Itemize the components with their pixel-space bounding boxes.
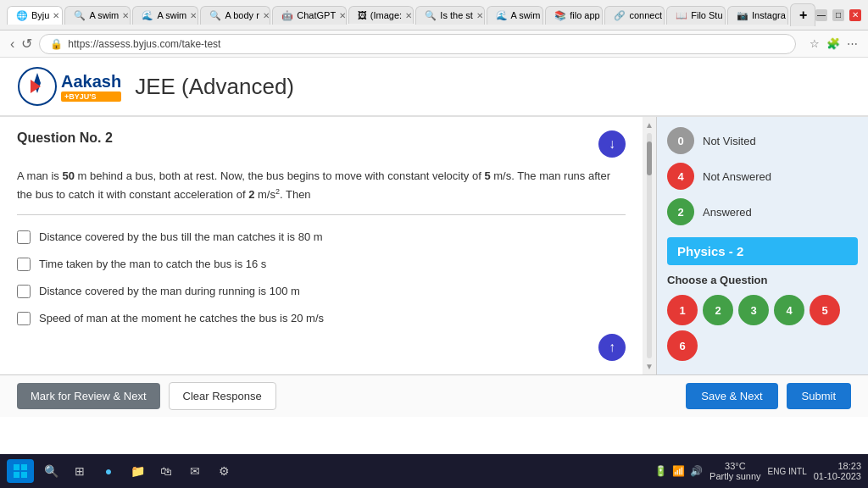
option-d-text: Speed of man at the moment he catches th… (39, 312, 324, 324)
reload-button[interactable]: ↺ (21, 36, 32, 52)
tab-label: A swim (511, 10, 541, 20)
tab-swim3[interactable]: 🌊 A swim (487, 6, 544, 25)
star-icon[interactable]: ☆ (810, 37, 820, 50)
tab-chatgpt[interactable]: 🤖 ChatGPT ✕ (272, 6, 347, 25)
scroll-up-wrap: ↑ (17, 334, 626, 361)
tab-swim2[interactable]: 🌊 A swim ✕ (132, 6, 198, 25)
windows-icon (13, 463, 28, 479)
svg-rect-1 (14, 464, 19, 470)
tab-label: A swim (157, 10, 186, 20)
back-button[interactable]: ‹ (10, 36, 14, 52)
right-panel: 0 Not Visited 4 Not Answered 2 Answered … (656, 117, 868, 374)
taskbar-chrome-icon[interactable]: ● (97, 459, 120, 483)
mark-review-button[interactable]: Mark for Review & Next (17, 383, 160, 409)
not-answered-badge: 4 (667, 163, 694, 190)
option-a-checkbox[interactable] (17, 230, 31, 244)
submit-button[interactable]: Submit (787, 383, 851, 409)
tab-label: Filo Stu (691, 10, 722, 20)
tab-instagram[interactable]: 📷 Instagra (727, 6, 788, 25)
q-btn-2[interactable]: 2 (703, 295, 733, 325)
minimize-button[interactable]: — (815, 9, 827, 21)
center-scrollbar[interactable]: ▲ ▼ (643, 117, 656, 374)
tab-new[interactable]: + (790, 3, 815, 26)
scroll-down-button[interactable]: ↓ (598, 130, 626, 158)
tab-close-icon[interactable]: ✕ (190, 11, 197, 20)
tab-is[interactable]: 🔍 Is the st ✕ (415, 6, 484, 25)
tab-close-icon[interactable]: ✕ (263, 11, 270, 20)
url-text: https://assess.byjus.com/take-test (68, 38, 220, 50)
taskbar-mail-icon[interactable]: ✉ (183, 459, 207, 483)
address-bar: ‹ ↺ 🔒 https://assess.byjus.com/take-test… (0, 30, 868, 58)
q-btn-1[interactable]: 1 (667, 295, 698, 325)
weather-temp: 33°C (725, 461, 746, 471)
close-button[interactable]: ✕ (849, 9, 861, 21)
svg-rect-4 (21, 472, 27, 478)
tab-filo-study[interactable]: 📖 Filo Stu (666, 6, 726, 25)
tab-connect[interactable]: 🔗 connect (604, 6, 665, 25)
logo-sub: +BYJU'S (61, 92, 121, 102)
tab-label: connect (629, 10, 662, 20)
taskbar-right: 🔋 📶 🔊 33°C Partly sunny ENG INTL 18:23 0… (654, 461, 861, 481)
taskbar-weather: 33°C Partly sunny (709, 461, 761, 481)
not-answered-row: 4 Not Answered (667, 163, 858, 190)
scroll-thumb[interactable] (647, 141, 652, 175)
scroll-up-arrow[interactable]: ▲ (645, 120, 654, 130)
battery-icon: 🔋 (654, 465, 667, 477)
option-c-checkbox[interactable] (17, 285, 31, 298)
extension-icon[interactable]: 🧩 (826, 37, 840, 50)
tab-label: filo app (570, 10, 599, 20)
taskbar-search-icon[interactable]: 🔍 (39, 459, 63, 483)
tab-close-icon[interactable]: ✕ (476, 11, 483, 20)
taskbar-settings-icon[interactable]: ⚙ (212, 459, 236, 483)
tab-label: Is the st (440, 10, 473, 20)
q-btn-3[interactable]: 3 (738, 295, 769, 325)
maximize-button[interactable]: □ (832, 9, 844, 21)
option-d: Speed of man at the moment he catches th… (17, 312, 626, 325)
taskbar-system-icons: 🔋 📶 🔊 (654, 465, 703, 477)
settings-icon[interactable]: ⋯ (847, 37, 858, 50)
q-btn-5[interactable]: 5 (810, 295, 840, 325)
taskbar-explorer-icon[interactable]: 📁 (125, 459, 149, 483)
tab-close-icon[interactable]: ✕ (53, 11, 59, 20)
address-icons: ☆ 🧩 ⋯ (810, 37, 858, 50)
tab-image[interactable]: 🖼 (Image: ✕ (348, 6, 415, 24)
url-box[interactable]: 🔒 https://assess.byjus.com/take-test (39, 34, 796, 54)
save-next-button[interactable]: Save & Next (686, 383, 777, 409)
answered-label: Answered (703, 206, 752, 219)
logo-text: Aakash (61, 72, 121, 92)
scroll-down-arrow[interactable]: ▼ (645, 362, 654, 371)
option-b-text: Time taken by the man to catch the bus i… (39, 258, 266, 270)
tab-swim1[interactable]: 🔍 A swim ✕ (64, 6, 131, 25)
tab-active[interactable]: 🌐 Byju ✕ (7, 6, 63, 25)
time-display: 18:23 (814, 461, 861, 471)
start-button[interactable] (7, 459, 34, 483)
taskbar-store-icon[interactable]: 🛍 (154, 459, 178, 483)
tab-label: A swim (89, 10, 119, 20)
date-display: 01-10-2023 (814, 471, 861, 481)
taskbar-clock: 18:23 01-10-2023 (814, 461, 861, 481)
option-d-checkbox[interactable] (17, 312, 31, 325)
option-b-checkbox[interactable] (17, 258, 31, 271)
svg-rect-3 (14, 472, 19, 478)
choose-question-label: Choose a Question (667, 274, 858, 286)
q-btn-4[interactable]: 4 (774, 295, 804, 325)
logo-area: Aakash +BYJU'S (17, 66, 121, 107)
not-visited-label: Not Visited (703, 135, 756, 147)
option-c-text: Distance covered by the man during runni… (39, 285, 300, 297)
tab-close-icon[interactable]: ✕ (339, 11, 346, 20)
subject-header: Physics - 2 (667, 237, 858, 265)
scroll-up-button[interactable]: ↑ (598, 334, 626, 361)
tab-close-icon[interactable]: ✕ (405, 11, 412, 20)
taskbar-task-view-icon[interactable]: ⊞ (68, 459, 92, 483)
exam-title: JEE (Advanced) (135, 74, 294, 100)
option-c: Distance covered by the man during runni… (17, 285, 626, 298)
q-btn-6[interactable]: 6 (667, 330, 698, 361)
tab-filo[interactable]: 📚 filo app (545, 6, 603, 25)
tab-close-icon[interactable]: ✕ (122, 11, 129, 20)
body-area: Question No. 2 ↓ A man is 50 m behind a … (0, 117, 868, 374)
volume-icon: 🔊 (690, 465, 703, 477)
option-b: Time taken by the man to catch the bus i… (17, 258, 626, 271)
option-a-text: Distance covered by the bus till the man… (39, 230, 323, 243)
clear-response-button[interactable]: Clear Response (169, 382, 276, 410)
tab-body[interactable]: 🔍 A body r ✕ (200, 6, 270, 25)
